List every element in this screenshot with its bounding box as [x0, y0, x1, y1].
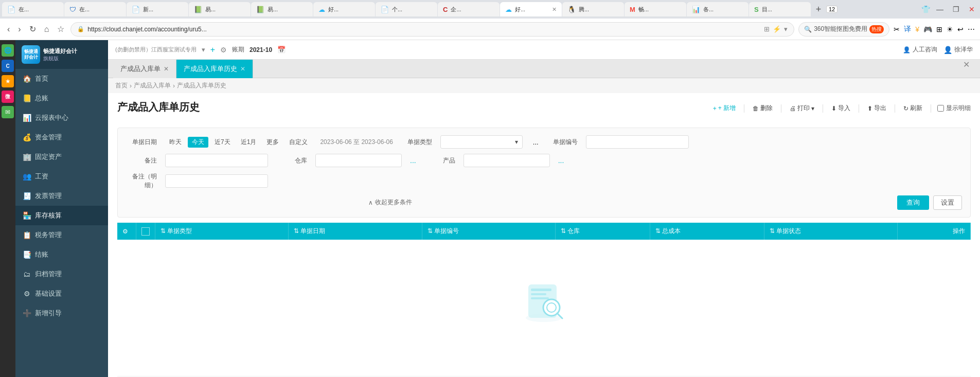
note2-input[interactable]	[165, 174, 268, 188]
address-bar[interactable]: 🔒 https://cloud.chanjet.com/accounting/u…	[70, 22, 794, 37]
show-columns-input[interactable]	[937, 105, 944, 112]
browser-tab-9[interactable]: ☁ 好... ✕	[500, 2, 562, 16]
select-all-checkbox[interactable]	[141, 227, 150, 236]
date-btn-yesterday[interactable]: 昨天	[165, 137, 186, 148]
scissors-icon[interactable]: ✂	[894, 25, 900, 33]
th-checkbox[interactable]	[136, 223, 155, 240]
forward-button[interactable]: ›	[16, 25, 23, 34]
th-type[interactable]: ⇅ 单据类型	[155, 223, 289, 240]
browser-tab-2[interactable]: 🛡 在...	[64, 2, 126, 16]
sidebar-icon-star[interactable]: ★	[2, 75, 14, 87]
service-button[interactable]: 👤 人工咨询	[903, 45, 937, 54]
nav-item-funds[interactable]: 💰 资金管理	[15, 128, 108, 147]
date-btn-today[interactable]: 今天	[188, 137, 208, 148]
topbar-dropdown-icon[interactable]: ▾	[202, 46, 205, 53]
product-input[interactable]	[464, 154, 550, 167]
query-button[interactable]: 查询	[897, 195, 929, 210]
export-button[interactable]: ⬆ 导出	[865, 103, 888, 114]
nav-item-home[interactable]: 🏠 首页	[15, 69, 108, 88]
browser-tab-13[interactable]: S 目...	[749, 2, 811, 16]
th-number[interactable]: ⇅ 单据编号	[422, 223, 556, 240]
calendar-icon[interactable]: 📅	[277, 46, 286, 53]
import-button[interactable]: ⬇ 导入	[829, 103, 852, 114]
nav-item-archive[interactable]: 🗂 归档管理	[15, 264, 108, 284]
nav-item-inventory[interactable]: 🏪 库存核算	[15, 206, 108, 225]
page-tab-main-close[interactable]: ✕	[164, 65, 169, 73]
page-tab-history[interactable]: 产成品入库单历史 ✕	[176, 60, 253, 78]
th-total-cost[interactable]: ⇅ 总成本	[650, 223, 764, 240]
note-input[interactable]	[165, 154, 268, 167]
nav-item-payroll[interactable]: 👥 工资	[15, 167, 108, 186]
nav-item-settings[interactable]: ⚙ 基础设置	[15, 284, 108, 303]
home-button[interactable]: ⌂	[42, 25, 51, 34]
warehouse-more-icon[interactable]: ...	[410, 156, 416, 165]
apps-icon[interactable]: ⊞	[936, 25, 942, 33]
sidebar-icon-mail[interactable]: ✉	[2, 106, 14, 118]
date-btn-more[interactable]: 更多	[262, 137, 283, 148]
date-btn-custom[interactable]: 自定义	[285, 137, 312, 148]
print-button[interactable]: 🖨 打印 ▾	[788, 103, 816, 114]
company-settings-icon[interactable]: ⚙	[220, 46, 227, 54]
warehouse-input[interactable]	[315, 154, 402, 167]
browser-tab-1[interactable]: 📄 在...	[2, 2, 64, 16]
tab-close-9[interactable]: ✕	[552, 6, 557, 13]
number-input[interactable]	[586, 135, 689, 149]
product-more-icon[interactable]: ...	[558, 156, 564, 165]
maximize-button[interactable]: ❐	[950, 5, 963, 13]
browser-tab-3[interactable]: 📄 新...	[127, 2, 188, 16]
sidebar-icon-browser[interactable]: 🌐	[2, 44, 14, 57]
user-profile[interactable]: 👤 徐泽华	[943, 45, 973, 54]
show-columns-checkbox[interactable]: 显示明细	[937, 104, 971, 113]
page-tab-history-close[interactable]: ✕	[240, 65, 245, 73]
refresh-button[interactable]: ↻ 刷新	[901, 103, 924, 114]
search-bar[interactable]: 🔍 360智能抠图免费用 热搜	[798, 22, 889, 37]
refresh-button[interactable]: ↻	[27, 24, 38, 34]
delete-button[interactable]: 🗑 删除	[751, 103, 775, 114]
browser-tab-11[interactable]: M 畅...	[625, 2, 686, 16]
nav-item-ledger[interactable]: 📒 总账	[15, 88, 108, 108]
column-settings-icon[interactable]: ⚙	[122, 228, 128, 235]
close-button[interactable]: ✕	[966, 5, 978, 13]
sidebar-icon-chanjet[interactable]: C	[2, 60, 14, 72]
theme-icon[interactable]: ☀	[947, 25, 953, 33]
date-btn-7days[interactable]: 近7天	[210, 137, 235, 148]
panel-close-button[interactable]: ✕	[963, 60, 970, 69]
browser-tab-8[interactable]: C 企...	[438, 2, 500, 16]
sidebar-icon-weibo[interactable]: 微	[2, 91, 14, 103]
browser-tab-4[interactable]: 📗 易...	[189, 2, 251, 16]
nav-item-tax[interactable]: 📋 税务管理	[15, 225, 108, 245]
yuan-icon[interactable]: ¥	[915, 25, 919, 33]
th-settings[interactable]: ⚙	[117, 223, 136, 240]
browser-tab-6[interactable]: ☁ 好...	[313, 2, 375, 16]
browser-tab-10[interactable]: 🐧 腾...	[562, 2, 624, 16]
minimize-button[interactable]: —	[933, 5, 947, 13]
th-status[interactable]: ⇅ 单据状态	[764, 223, 898, 240]
bookmark-button[interactable]: ☆	[55, 24, 66, 34]
browser-tab-5[interactable]: 📗 易...	[251, 2, 313, 16]
settings-icon[interactable]: ⋯	[968, 25, 975, 33]
undo-icon[interactable]: ↩	[957, 25, 964, 33]
back-button[interactable]: ‹	[5, 25, 12, 34]
nav-item-new-bill[interactable]: ➕ 新增引导	[15, 303, 108, 323]
breadcrumb-home[interactable]: 首页	[115, 81, 128, 90]
shirt-icon[interactable]: 👕	[921, 5, 930, 13]
breadcrumb-list[interactable]: 产成品入库单	[134, 81, 171, 90]
th-warehouse[interactable]: ⇅ 仓库	[556, 223, 650, 240]
dropdown-icon[interactable]: ▾	[784, 25, 788, 33]
type-select[interactable]: ▾	[440, 135, 523, 149]
browser-tab-7[interactable]: 📄 个...	[376, 2, 437, 16]
game-icon[interactable]: 🎮	[923, 25, 932, 33]
nav-item-cloud-report[interactable]: 📊 云报表中心	[15, 108, 108, 128]
nav-item-invoice[interactable]: 🧾 发票管理	[15, 186, 108, 206]
collapse-button[interactable]: ∧ 收起更多条件	[368, 198, 412, 207]
browser-tab-12[interactable]: 📊 各...	[687, 2, 749, 16]
nav-item-settlement[interactable]: 📑 结账	[15, 245, 108, 264]
date-btn-1month[interactable]: 近1月	[237, 137, 261, 148]
new-button[interactable]: + + 新增	[711, 103, 738, 114]
settings-filter-button[interactable]: 设置	[933, 195, 962, 210]
th-date[interactable]: ⇅ 单据日期	[289, 223, 422, 240]
nav-item-fixed-assets[interactable]: 🏢 固定资产	[15, 147, 108, 167]
translate-icon[interactable]: 译	[904, 25, 911, 34]
add-company-button[interactable]: +	[210, 45, 215, 55]
new-tab-button[interactable]: +	[811, 2, 826, 16]
